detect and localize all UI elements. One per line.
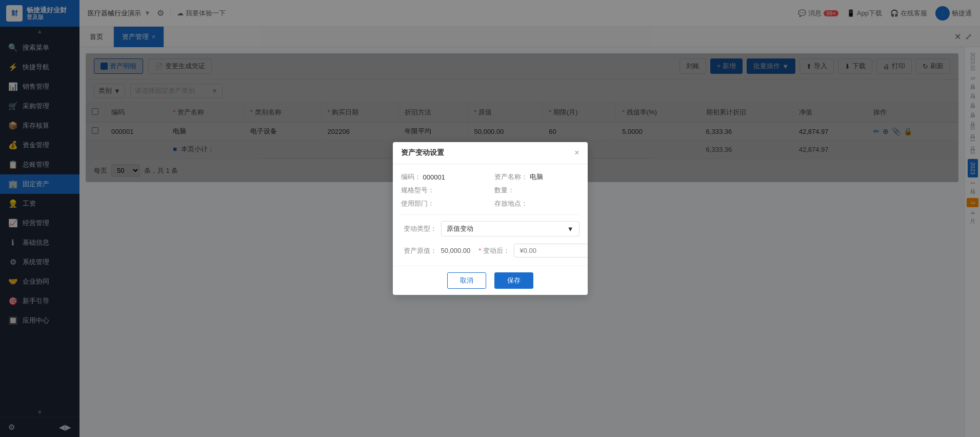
modal-body: 编码： 000001 资产名称： 电脑 规格型号： 数量： 使用部门： (393, 164, 588, 266)
original-value-field: 资产原值： 50,000.00 (401, 246, 471, 255)
spec-label: 规格型号： (401, 186, 434, 195)
location-label: 存放地点： (494, 199, 528, 208)
change-type-field: 变动类型： 原值变动 ▼ (401, 221, 579, 236)
code-value: 000001 (423, 173, 445, 181)
modal-location-field: 存放地点： (494, 199, 579, 208)
modal-header: 资产变动设置 × (393, 142, 588, 164)
modal-name-field: 资产名称： 电脑 (494, 172, 579, 182)
after-change-input[interactable] (514, 244, 587, 257)
quantity-label: 数量： (494, 186, 514, 195)
modal-dept-field: 使用部门： (401, 199, 486, 208)
after-change-field: * 变动后： (478, 244, 587, 257)
modal-footer: 取消 保存 (393, 266, 588, 295)
original-value-label: 资产原值： (401, 246, 437, 255)
change-type-select[interactable]: 原值变动 ▼ (441, 221, 579, 236)
modal-info-grid: 编码： 000001 资产名称： 电脑 规格型号： 数量： 使用部门： (401, 172, 579, 208)
save-button[interactable]: 保存 (494, 272, 533, 289)
modal-divider (401, 214, 579, 215)
modal-title: 资产变动设置 (401, 148, 444, 157)
required-star: * (478, 247, 481, 254)
after-change-label: 变动后： (483, 246, 510, 255)
modal-close-btn[interactable]: × (574, 148, 579, 157)
modal-quantity-field: 数量： (494, 186, 579, 195)
modal-spec-field: 规格型号： (401, 186, 486, 195)
modal-code-field: 编码： 000001 (401, 172, 486, 182)
code-label: 编码： (401, 172, 421, 182)
cancel-button[interactable]: 取消 (447, 272, 486, 289)
chevron-down-icon: ▼ (567, 225, 574, 233)
name-value: 电脑 (530, 172, 543, 182)
modal-overlay: 资产变动设置 × 编码： 000001 资产名称： 电脑 规格型号： 数 (0, 0, 980, 437)
change-type-value: 原值变动 (447, 224, 473, 233)
change-type-label: 变动类型： (401, 224, 437, 233)
dept-label: 使用部门： (401, 199, 434, 208)
asset-change-modal: 资产变动设置 × 编码： 000001 资产名称： 电脑 规格型号： 数 (393, 142, 588, 295)
name-label: 资产名称： (494, 172, 528, 182)
value-row: 资产原值： 50,000.00 * 变动后： (401, 244, 579, 257)
original-value-value: 50,000.00 (441, 247, 471, 254)
